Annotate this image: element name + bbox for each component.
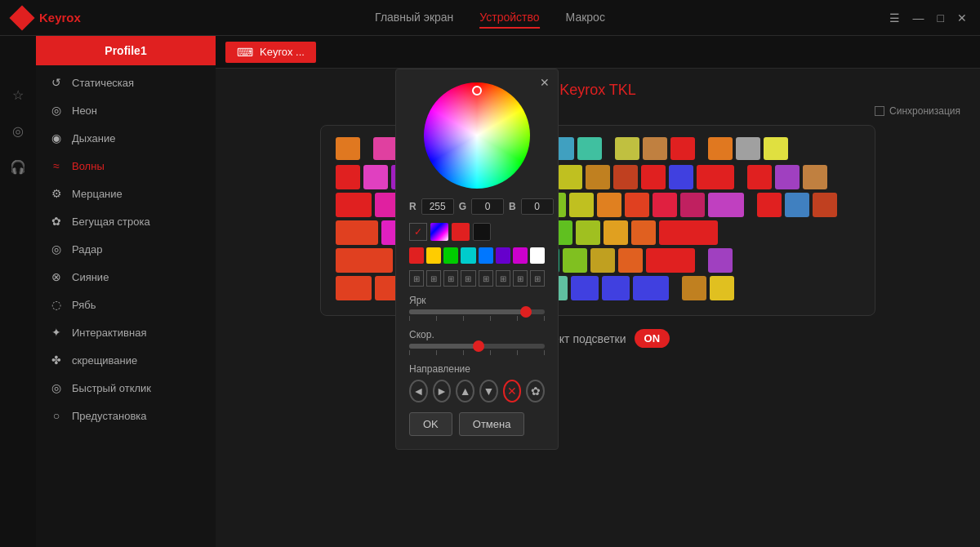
kb-key[interactable] [803,165,827,189]
dir-btn-expand[interactable]: ✕ [503,380,522,402]
swatch-check[interactable]: ✓ [409,223,427,241]
kb-key[interactable] [708,248,733,273]
sidebar-item-wave[interactable]: ≈ Волны [36,152,216,180]
b-input[interactable] [521,198,554,215]
kb-key[interactable] [641,165,666,189]
kb-key[interactable] [625,193,649,217]
kb-key[interactable] [577,137,602,160]
sidebar-item-crossfire[interactable]: ✤ скрещивание [36,346,216,374]
kb-key[interactable] [558,165,582,189]
kb-key[interactable] [363,165,388,189]
kb-key-fn[interactable] [602,276,630,300]
kb-key[interactable] [813,193,837,217]
r-input[interactable] [421,198,454,215]
swatch-red[interactable] [452,223,470,241]
g-input[interactable] [471,198,504,215]
side-icon-star[interactable]: ☆ [8,85,28,105]
kb-key[interactable] [764,137,788,160]
maximize-button[interactable]: □ [938,11,944,24]
brightness-track[interactable] [409,309,545,314]
kb-key-lshift[interactable] [336,248,393,273]
kb-key[interactable] [747,165,772,189]
kb-key[interactable] [586,165,610,189]
kb-key[interactable] [631,220,656,245]
kb-key[interactable] [336,165,360,189]
kb-key-caps[interactable] [336,220,378,245]
pal-purple[interactable] [496,247,510,264]
kb-key[interactable] [708,137,733,160]
kb-key-backspace[interactable] [697,165,734,189]
kb-key-rctrl[interactable] [633,276,669,300]
kb-key[interactable] [670,137,695,160]
kb-key[interactable] [680,193,705,217]
kb-key[interactable] [653,193,677,217]
sidebar-item-interactive[interactable]: ✦ Интерактивная [36,318,216,346]
grid-btn-8[interactable]: ⊞ [530,270,545,287]
kb-key[interactable] [669,165,693,189]
tab-macro[interactable]: Макрос [566,7,605,29]
sidebar-item-static[interactable]: ↺ Статическая [36,69,216,96]
kb-key[interactable] [682,276,706,300]
kb-key[interactable] [618,248,643,273]
device-tab-keyrox[interactable]: ⌨ Keyrox ... [225,42,316,63]
kb-key[interactable] [373,137,398,160]
kb-key[interactable] [576,220,600,245]
sidebar-item-neon[interactable]: ◎ Неон [36,96,216,124]
pal-red[interactable] [409,247,424,264]
grid-btn-3[interactable]: ⊞ [443,270,458,287]
pal-magenta[interactable] [513,247,528,264]
pal-yellow[interactable] [426,247,441,264]
grid-btn-2[interactable]: ⊞ [426,270,441,287]
kb-key[interactable] [757,193,782,217]
kb-key[interactable] [775,165,800,189]
ok-button[interactable]: OK [409,412,452,436]
kb-key[interactable] [643,137,667,160]
grid-btn-4[interactable]: ⊞ [461,270,475,287]
speed-thumb[interactable] [473,340,484,352]
side-icon-headset[interactable]: 🎧 [8,157,28,176]
close-button[interactable]: ✕ [957,11,967,24]
kb-key[interactable] [604,220,628,245]
kb-key[interactable] [597,193,621,217]
cancel-button[interactable]: Отмена [459,412,525,436]
minimize-button[interactable]: — [913,11,924,24]
kb-key[interactable] [563,248,587,273]
sidebar-item-ripple[interactable]: ◌ Рябь [36,291,216,318]
sync-checkbox[interactable] [875,106,884,116]
dir-btn-left[interactable]: ◄ [409,380,428,402]
sidebar-item-radar[interactable]: ◎ Радар [36,235,216,263]
sidebar-item-flicker[interactable]: ⚙ Мерцание [36,180,216,207]
swatch-purple[interactable] [430,223,448,241]
dir-btn-up[interactable]: ▲ [456,380,474,402]
kb-key[interactable] [613,165,638,189]
kb-key[interactable] [710,276,734,300]
dir-btn-down[interactable]: ▼ [479,380,498,402]
grid-btn-6[interactable]: ⊞ [496,270,510,287]
kb-key-rshift[interactable] [646,248,695,273]
sidebar-item-preset[interactable]: ○ Предустановка [36,402,216,429]
side-icon-device[interactable]: ◎ [8,121,28,140]
kb-key[interactable] [590,248,615,273]
kb-key[interactable] [736,137,760,160]
kb-key-enter[interactable] [708,193,744,217]
kb-key[interactable] [785,193,809,217]
dir-btn-right[interactable]: ► [433,380,452,402]
menu-button[interactable]: ☰ [889,11,900,24]
tab-device[interactable]: Устройство [479,7,539,29]
effect-toggle[interactable]: ON [635,329,670,348]
sidebar-item-breath[interactable]: ◉ Дыхание [36,124,216,152]
pal-blue[interactable] [479,247,493,264]
kb-key-enter2[interactable] [659,220,718,245]
sidebar-item-quickresponse[interactable]: ◎ Быстрый отклик [36,374,216,402]
kb-key-ralt[interactable] [571,276,599,300]
pal-cyan[interactable] [461,247,475,264]
grid-btn-5[interactable]: ⊞ [479,270,493,287]
speed-track[interactable] [409,344,545,349]
kb-key-tab[interactable] [336,193,372,217]
tab-home[interactable]: Главный экран [375,7,453,29]
kb-key[interactable] [615,137,639,160]
grid-btn-7[interactable]: ⊞ [513,270,528,287]
pal-green[interactable] [443,247,458,264]
kb-key[interactable] [336,137,360,160]
pal-white[interactable] [530,247,545,264]
